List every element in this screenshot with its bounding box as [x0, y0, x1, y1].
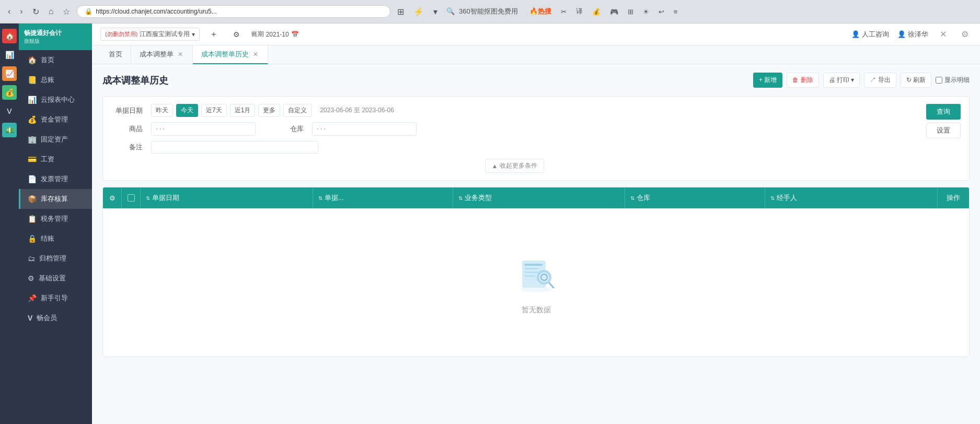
sidebar-item-ledger[interactable]: 📒 总账	[19, 70, 92, 90]
icon-strip-item-4[interactable]: V	[2, 104, 17, 119]
date-btn-7days[interactable]: 近7天	[201, 104, 227, 117]
brightness-btn[interactable]: ☀	[641, 7, 651, 17]
th-warehouse[interactable]: ⇅ 仓库	[625, 187, 765, 208]
menu-btn[interactable]: ≡	[672, 7, 680, 17]
warehouse-selector[interactable]: ···	[312, 122, 417, 136]
company-settings-btn[interactable]: ⚙	[228, 28, 245, 41]
tab-cost-adjust-history-close[interactable]: ✕	[252, 51, 259, 58]
translate-btn[interactable]: 译	[574, 6, 585, 17]
sidebar-item-settings[interactable]: ⚙ 基础设置	[19, 268, 92, 288]
sidebar-label-tax: 税务管理	[41, 214, 68, 223]
sidebar-item-guide[interactable]: 📌 新手引导	[19, 288, 92, 308]
close-top-btn[interactable]: ✕	[937, 28, 950, 40]
sidebar-label-reports: 云报表中心	[41, 95, 75, 104]
show-columns-label[interactable]: 显示明细	[936, 76, 970, 85]
grid-btn[interactable]: ⊞	[626, 7, 636, 17]
star-button[interactable]: ☆	[60, 6, 73, 18]
icon-strip-item-5[interactable]: 💵	[2, 123, 17, 137]
sidebar-item-salary[interactable]: 💳 工资	[19, 149, 92, 169]
sidebar-item-reports[interactable]: 📊 云报表中心	[19, 90, 92, 110]
calendar-icon[interactable]: 📅	[291, 31, 299, 38]
sidebar-header[interactable]: 畅捷通好会计 旗舰版	[19, 23, 92, 50]
ledger-icon: 📒	[28, 76, 37, 84]
sidebar-item-assets[interactable]: 🏢 固定资产	[19, 129, 92, 149]
date-btn-group: 昨天 今天 近7天 近1月 更多 自定义	[151, 104, 312, 117]
svg-line-8	[549, 283, 554, 288]
warehouse-filter-label: 仓库	[272, 124, 304, 134]
tab-cost-adjust-history[interactable]: 成本调整单历史 ✕	[193, 45, 268, 64]
tab-cost-adjust[interactable]: 成本调整单 ✕	[131, 45, 193, 64]
tab-home[interactable]: 首页	[100, 45, 131, 64]
show-columns-checkbox[interactable]	[936, 77, 942, 84]
th-num[interactable]: ⇅ 单据...	[313, 187, 453, 208]
icon-strip-item-0[interactable]: 🏠	[2, 29, 17, 43]
add-company-btn[interactable]: +	[206, 27, 221, 42]
sidebar-item-funds[interactable]: 💰 资金管理	[19, 110, 92, 129]
sidebar-item-invoice[interactable]: 📄 发票管理	[19, 169, 92, 189]
svg-rect-3	[524, 268, 539, 269]
sidebar-label-invoice: 发票管理	[41, 174, 68, 184]
date-btn-custom[interactable]: 自定义	[283, 104, 312, 117]
sidebar-label-settings: 基础设置	[39, 274, 66, 283]
page-header: 成本调整单历史 + 新增 🗑 删除 🖨 打印 ▾ ↗ 导出 ↻ 刷新 显示明细	[102, 73, 970, 88]
sidebar-item-home[interactable]: 🏠 首页	[19, 50, 92, 70]
sidebar-item-inventory[interactable]: 📦 库存核算	[19, 189, 92, 209]
th-settings[interactable]: ⚙	[103, 187, 122, 208]
hot-search[interactable]: 🔥热搜	[527, 6, 554, 17]
icon-strip: 🏠 📊 📈 💰 V 💵	[0, 23, 19, 424]
th-type[interactable]: ⇅ 业务类型	[453, 187, 626, 208]
gamepad-btn[interactable]: 🎮	[608, 7, 620, 17]
print-btn[interactable]: 🖨 打印 ▾	[823, 73, 860, 88]
home-button[interactable]: ⌂	[46, 6, 56, 17]
filter-right-btns: 查询 设置	[926, 104, 961, 138]
user-btn[interactable]: 👤 徐泽华	[897, 30, 928, 39]
filter-settings-btn[interactable]: 设置	[926, 123, 961, 138]
icon-strip-item-3[interactable]: 💰	[2, 85, 17, 100]
extensions-button[interactable]: ⊞	[395, 6, 407, 18]
settings-top-btn[interactable]: ⚙	[958, 28, 972, 40]
sidebar-item-tax[interactable]: 📋 税务管理	[19, 209, 92, 229]
consult-btn[interactable]: 👤 人工咨询	[851, 30, 889, 39]
sidebar-label-guide: 新手引导	[41, 293, 68, 303]
goods-selector[interactable]: ···	[151, 122, 256, 136]
export-btn[interactable]: ↗ 导出	[864, 73, 896, 88]
svg-rect-5	[524, 275, 536, 277]
empty-state-icon	[513, 250, 560, 297]
scissors-btn[interactable]: ✂	[559, 7, 569, 17]
refresh-button[interactable]: ↻	[30, 6, 42, 18]
query-btn[interactable]: 查询	[926, 104, 961, 120]
date-btn-1month[interactable]: 近1月	[230, 104, 256, 117]
company-selector[interactable]: (勿删勿禁用) 江西服宝测试专用 ▾	[100, 28, 200, 41]
icon-strip-item-1[interactable]: 📊	[2, 48, 17, 62]
th-person[interactable]: ⇅ 经手人	[765, 187, 938, 208]
date-btn-more[interactable]: 更多	[258, 104, 280, 117]
th-date[interactable]: ⇅ 单据日期	[141, 187, 313, 208]
header-checkbox[interactable]	[128, 194, 135, 202]
th-checkbox[interactable]	[122, 187, 141, 208]
date-btn-yesterday[interactable]: 昨天	[151, 104, 173, 117]
delete-btn[interactable]: 🗑 删除	[787, 73, 818, 88]
sort-num-icon: ⇅	[318, 195, 322, 201]
sidebar-item-archive[interactable]: 🗂 归档管理	[19, 249, 92, 268]
icon-strip-item-2[interactable]: 📈	[2, 66, 17, 81]
url-bar[interactable]: 🔒 https://cloud.chanjet.com/accounting/u…	[77, 5, 390, 18]
sidebar-item-vip[interactable]: V 畅会员	[19, 308, 92, 328]
tab-cost-adjust-history-label: 成本调整单历史	[201, 50, 249, 59]
lightning-button[interactable]: ⚡	[411, 6, 426, 18]
date-btn-today[interactable]: 今天	[176, 104, 198, 117]
sidebar-item-closing[interactable]: 🔒 结账	[19, 229, 92, 249]
back-button[interactable]: ‹	[5, 6, 13, 17]
new-btn[interactable]: + 新增	[753, 73, 782, 88]
forward-button[interactable]: ›	[17, 6, 25, 17]
refresh-btn[interactable]: ↻ 刷新	[901, 73, 931, 88]
collapse-btn[interactable]: ▲ 收起更多条件	[485, 159, 545, 173]
collapse-bar: ▲ 收起更多条件	[111, 159, 918, 173]
tab-cost-adjust-close[interactable]: ✕	[177, 51, 184, 58]
wallet-btn[interactable]: 💰	[590, 7, 603, 17]
dropdown-button[interactable]: ▾	[431, 6, 440, 18]
search-btn[interactable]: 🔍 360智能抠图免费用	[444, 6, 522, 17]
remark-input[interactable]	[151, 141, 318, 154]
sidebar-label-closing: 结账	[41, 234, 54, 243]
sort-warehouse-icon: ⇅	[630, 195, 635, 201]
undo-btn[interactable]: ↩	[656, 7, 666, 17]
